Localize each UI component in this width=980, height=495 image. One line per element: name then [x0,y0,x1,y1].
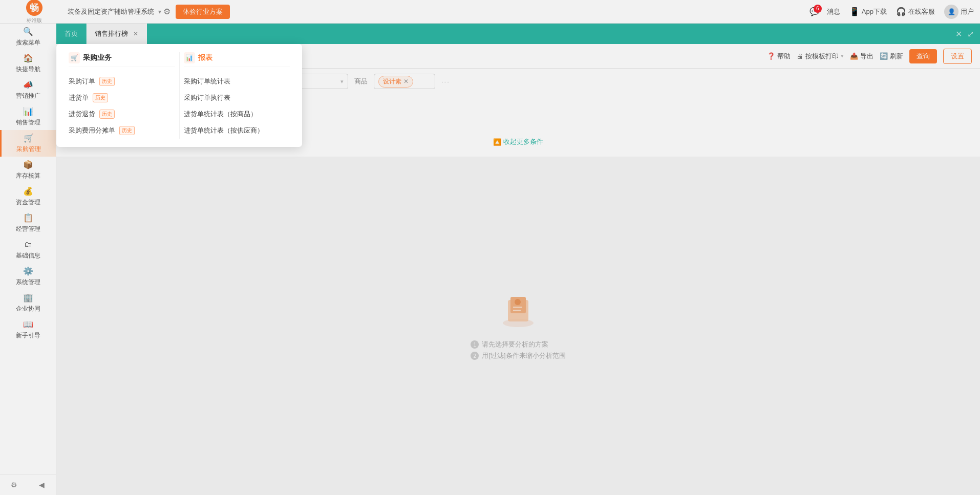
goods-return-history-badge: 历史 [99,110,115,119]
purchase-col-title: 🛒 采购业务 [69,52,175,67]
goods-return-label: 进货退货 [69,110,95,119]
purchase-col: 🛒 采购业务 采购订单 历史 进货单 历史 进货退货 历史 采购费用分摊单 历史 [65,52,179,139]
report-col-title: 📊 报表 [184,52,290,67]
order-exec-label: 采购订单执行表 [184,93,230,102]
dropdown-item-goods-stats-supplier[interactable]: 进货单统计表（按供应商） [184,122,290,139]
goods-stats-supplier-label: 进货单统计表（按供应商） [184,126,264,135]
purchase-col-icon: 🛒 [69,52,80,63]
dropdown-item-goods-return[interactable]: 进货退货 历史 [69,106,175,122]
purchase-order-label: 采购订单 [69,77,95,86]
goods-receipt-history-badge: 历史 [93,93,108,102]
dropdown-item-purchase-order[interactable]: 采购订单 历史 [69,73,175,90]
purchase-expense-history-badge: 历史 [119,126,135,135]
goods-receipt-label: 进货单 [69,93,89,102]
purchase-dropdown: 🛒 采购业务 采购订单 历史 进货单 历史 进货退货 历史 采购费用分摊单 历史… [56,44,302,147]
purchase-order-history-badge: 历史 [99,77,115,86]
dropdown-item-purchase-expense[interactable]: 采购费用分摊单 历史 [69,122,175,139]
purchase-expense-label: 采购费用分摊单 [69,126,115,135]
report-col-icon: 📊 [184,52,195,63]
goods-stats-product-label: 进货单统计表（按商品） [184,110,257,119]
order-stats-label: 采购订单统计表 [184,77,230,86]
dropdown-item-order-stats[interactable]: 采购订单统计表 [184,73,290,90]
dropdown-item-goods-stats-product[interactable]: 进货单统计表（按商品） [184,106,290,122]
dropdown-item-goods-receipt[interactable]: 进货单 历史 [69,90,175,106]
report-col-title-text: 报表 [198,53,212,62]
report-col: 📊 报表 采购订单统计表 采购订单执行表 进货单统计表（按商品） 进货单统计表（… [179,52,294,139]
purchase-col-title-text: 采购业务 [83,53,112,62]
dropdown-item-order-exec[interactable]: 采购订单执行表 [184,90,290,106]
